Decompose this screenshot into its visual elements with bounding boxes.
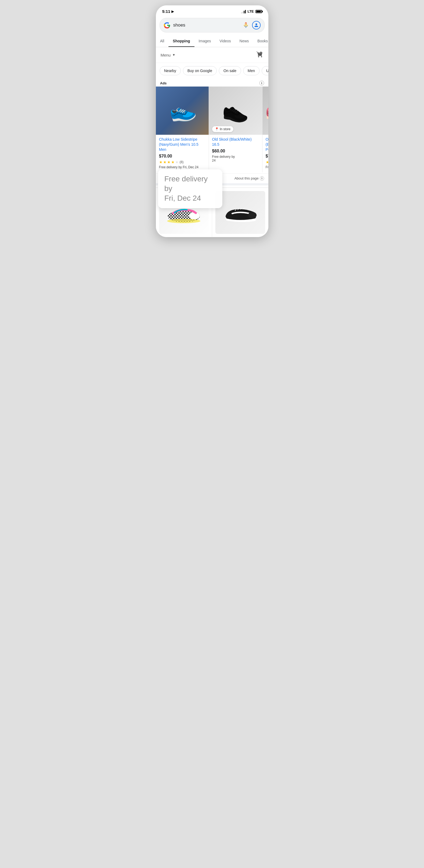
in-store-badge: 📍 In store (212, 126, 233, 132)
menu-label: Menu (161, 53, 171, 57)
battery-fill (256, 11, 261, 12)
product-image-1 (156, 87, 209, 135)
account-icon[interactable] (252, 21, 261, 29)
chip-men[interactable]: Men (243, 66, 260, 75)
product-card-3[interactable]: Old Skool M (Breana Port/Bla $79.95 ★ ★ … (262, 87, 268, 172)
time-display: 5:11 (162, 9, 170, 14)
tooltip-overlay: Free delivery byFri, Dec 24 (158, 169, 222, 208)
star-4: ★ (171, 160, 175, 164)
tab-all[interactable]: All (156, 36, 169, 47)
product-stars-3: ★ ★ ★ ★ ★ (266, 160, 268, 164)
menu-bar: Menu ▼ (156, 47, 268, 63)
product-title-3: Old Skool M (Breana Port/Bla (266, 137, 268, 152)
chip-nearby[interactable]: Nearby (160, 66, 181, 75)
product-info-2: Old Skool (Black/White) 16.5 $60.00 Free… (209, 135, 262, 162)
status-bar: 5:11 ▶ LTE (156, 5, 268, 16)
phone-shell: 5:11 ▶ LTE sh (156, 5, 268, 237)
tooltip-text: Free delivery byFri, Dec 24 (164, 174, 216, 203)
signal-bar-1 (241, 12, 242, 13)
products-scroll: Chukka Low Sidestripe (Navy/Gum) Men's 1… (156, 87, 268, 173)
signal-bar-3 (244, 11, 244, 13)
product-title-1: Chukka Low Sidestripe (Navy/Gum) Men's 1… (159, 137, 205, 152)
filter-chips: Nearby Buy on Google On sale Men Unisex (156, 63, 268, 79)
menu-button[interactable]: Menu ▼ (161, 53, 175, 57)
location-arrow-icon: ▶ (171, 10, 174, 13)
search-bar[interactable]: shoes (160, 18, 265, 32)
tab-shopping[interactable]: Shopping (168, 36, 194, 47)
star-3: ★ (167, 160, 171, 164)
product-info-3: Old Skool M (Breana Port/Bla $79.95 ★ ★ … (262, 135, 268, 169)
bottom-product-image-2 (215, 191, 265, 234)
delivery-text-1: Free delivery by Fri, Dec 24 (159, 165, 205, 169)
delivery-text-2: Free delivery by 24 (212, 155, 259, 162)
ads-info-icon[interactable]: ℹ (259, 81, 264, 86)
chip-on-sale[interactable]: On sale (219, 66, 241, 75)
signal-bar-4 (245, 10, 246, 13)
tab-videos[interactable]: Videos (215, 36, 235, 47)
product-price-3: $79.95 (266, 154, 268, 159)
tab-images[interactable]: Images (194, 36, 215, 47)
about-info-icon[interactable]: ℹ (260, 176, 264, 181)
search-bar-container: shoes (156, 16, 268, 36)
product-title-2: Old Skool (Black/White) 16.5 (212, 137, 259, 147)
nav-tabs: All Shopping Images Videos News Books (156, 36, 268, 47)
product-card-1[interactable]: Chukka Low Sidestripe (Navy/Gum) Men's 1… (156, 87, 209, 172)
ads-header: Ads ℹ (156, 79, 268, 87)
status-right: LTE (241, 9, 262, 13)
product-price-2: $60.00 (212, 149, 259, 154)
rating-count-1: (8) (180, 160, 184, 164)
search-input[interactable]: shoes (173, 23, 240, 28)
pin-icon: 📍 (215, 127, 219, 131)
google-logo-icon (164, 22, 171, 29)
svg-point-6 (167, 219, 200, 223)
svg-point-11 (248, 212, 257, 218)
star-5: ★ (175, 160, 178, 164)
product-stars-1: ★ ★ ★ ★ ★ (8) (159, 160, 205, 164)
star-2: ★ (163, 160, 167, 164)
cart-icon[interactable] (257, 51, 264, 59)
in-store-label: In store (220, 127, 231, 131)
tab-books[interactable]: Books (253, 36, 268, 47)
microphone-icon[interactable] (242, 22, 249, 29)
signal-bars-icon (241, 10, 246, 13)
product-price-1: $70.00 (159, 154, 205, 159)
signal-bar-2 (242, 11, 243, 13)
tab-news[interactable]: News (235, 36, 253, 47)
battery-icon (256, 10, 262, 13)
chip-unisex[interactable]: Unisex (262, 66, 268, 75)
about-page-link[interactable]: About this page ℹ (234, 176, 264, 181)
product-info-1: Chukka Low Sidestripe (Navy/Gum) Men's 1… (156, 135, 209, 169)
delivery-text-3: Free del (266, 165, 268, 169)
svg-line-10 (243, 208, 244, 209)
status-time: 5:11 ▶ (162, 9, 174, 14)
star-1: ★ (159, 160, 163, 164)
star-3-1: ★ (266, 160, 268, 164)
black-shoe-svg (222, 202, 259, 223)
lte-label: LTE (248, 9, 254, 13)
chevron-down-icon: ▼ (172, 53, 175, 57)
about-page-label: About this page (234, 176, 258, 180)
ads-label: Ads (160, 81, 167, 85)
product-card-2[interactable]: 📍 In store Old Skool (Black/White) 16.5 … (209, 87, 262, 172)
chip-buy-on-google[interactable]: Buy on Google (183, 66, 217, 75)
product-image-3 (262, 87, 268, 135)
